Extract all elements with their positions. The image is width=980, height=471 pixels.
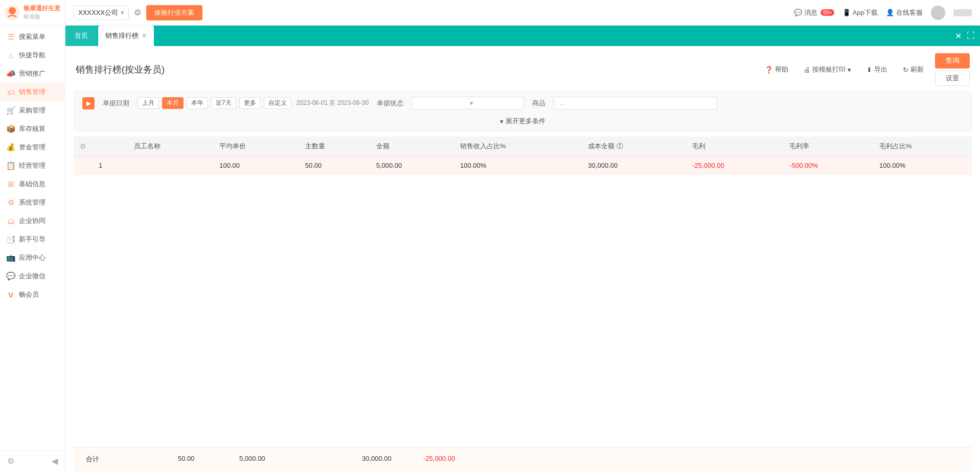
logo-text: 畅康通好生意 xyxy=(24,5,60,13)
message-label: 消息 xyxy=(804,8,817,17)
apps-icon: 📺 xyxy=(6,253,15,262)
sidebar-label-purchase: 采购管理 xyxy=(19,106,45,115)
help-icon: ❓ xyxy=(765,66,773,74)
sidebar-item-business[interactable]: 📋 经营管理 xyxy=(0,156,65,175)
this-year-btn[interactable]: 本年 xyxy=(187,97,208,109)
app-download-btn[interactable]: 📱 App下载 xyxy=(842,8,878,17)
table-row: 1 100.00 50.00 5,000.00 100.00% 30,000.0… xyxy=(74,156,972,175)
sidebar-item-sales[interactable]: 🏷 销售管理 xyxy=(0,83,65,101)
sidebar-item-member[interactable]: V 畅会员 xyxy=(0,285,65,304)
arrow-right-icon: ▶ xyxy=(86,100,91,107)
sidebar-label-inventory: 库存核算 xyxy=(19,124,45,133)
print-btn[interactable]: 🖨 按模板打印 ▾ xyxy=(800,63,855,76)
more-btn[interactable]: 更多 xyxy=(239,97,261,109)
th-cost: 成本全额 ① xyxy=(582,137,686,156)
money-icon: 💰 xyxy=(6,143,15,152)
status-select[interactable]: ▾ xyxy=(412,97,524,109)
message-btn[interactable]: 💬 消息 99+ xyxy=(794,8,834,17)
sidebar-item-purchase[interactable]: 🛒 采购管理 xyxy=(0,101,65,120)
footer-label: 合计 xyxy=(80,453,172,466)
help-btn[interactable]: ❓ 帮助 xyxy=(761,63,792,76)
sidebar-menu: ☰ 搜索菜单 ⌂ 快捷导航 📣 营销推广 🏷 销售管理 🛒 采购管理 📦 库存核… xyxy=(0,26,65,451)
company-selector[interactable]: XXXXXX公司 ▾ xyxy=(74,6,129,20)
th-name: 员工名称 xyxy=(128,137,213,156)
sidebar-label-business: 经营管理 xyxy=(19,161,45,170)
sidebar-label-apps: 应用中心 xyxy=(19,253,45,262)
query-settings-group: 查询 设置 xyxy=(935,53,970,86)
sidebar-label-system: 系统管理 xyxy=(19,198,45,207)
online-service-btn[interactable]: 👤 在线客服 xyxy=(886,8,923,17)
sidebar-item-enterprise[interactable]: 🗂 企业协同 xyxy=(0,212,65,230)
cell-amount: 5,000.00 xyxy=(370,156,454,175)
home-icon: ⌂ xyxy=(6,51,15,60)
column-settings-icon[interactable]: ⚙ xyxy=(80,142,86,150)
tab-home[interactable]: 首页 xyxy=(65,26,97,46)
footer-settings-icon[interactable]: ⚙ xyxy=(7,456,14,466)
main-content: XXXXXX公司 ▾ ⚙ 体验行业方案 💬 消息 99+ 📱 App下载 👤 在… xyxy=(65,0,980,471)
sidebar-item-quick-nav[interactable]: ⌂ 快捷导航 xyxy=(0,46,65,64)
tab-sales-ranking[interactable]: 销售排行榜 ✕ xyxy=(98,26,154,46)
page-title: 销售排行榜(按业务员) xyxy=(76,63,165,76)
tab-close-icon[interactable]: ✕ xyxy=(142,32,147,39)
cell-avg-price: 100.00 xyxy=(213,156,299,175)
sidebar-item-finance[interactable]: 💰 资金管理 xyxy=(0,138,65,156)
tab-active-label: 销售排行榜 xyxy=(105,31,139,40)
last7-btn[interactable]: 近7天 xyxy=(211,97,236,109)
page-actions: ❓ 帮助 🖨 按模板打印 ▾ ⬇ 导出 ↻ 刷新 查询 xyxy=(761,53,970,86)
tab-home-label: 首页 xyxy=(75,31,88,40)
gear-icon: ⚙ xyxy=(6,198,15,207)
window-fullscreen-icon[interactable]: ⛶ xyxy=(967,31,975,40)
settings-icon[interactable]: ⚙ xyxy=(134,8,141,17)
service-icon: 👤 xyxy=(886,9,894,16)
table-footer: 合计 50.00 5,000.00 30,000.00 -25,000.00 xyxy=(74,447,972,471)
th-settings[interactable]: ⚙ xyxy=(74,137,93,156)
custom-btn[interactable]: 自定义 xyxy=(264,97,291,109)
table-header-row: ⚙ 员工名称 平均单价 主数量 全额 xyxy=(74,137,972,156)
goods-select[interactable]: … xyxy=(554,97,717,109)
goods-label: 商品 xyxy=(532,99,545,108)
settings-btn[interactable]: 设置 xyxy=(935,71,970,86)
sidebar-item-wechat[interactable]: 💬 企业微信 xyxy=(0,267,65,285)
sidebar-logo: 畅康通好生意 标准版 xyxy=(0,0,65,26)
cell-name xyxy=(128,156,213,175)
phone-icon: 📱 xyxy=(842,9,851,16)
sidebar-label-search: 搜索菜单 xyxy=(19,32,45,41)
sidebar-item-search[interactable]: ☰ 搜索菜单 xyxy=(0,28,65,46)
window-close-icon[interactable]: ✕ xyxy=(955,31,962,41)
avatar[interactable] xyxy=(931,6,945,20)
filter-expand-arrow[interactable]: ▶ xyxy=(82,97,95,109)
footer-collapse-icon[interactable]: ◀ xyxy=(52,456,58,466)
chevron-down-icon: ▾ xyxy=(121,9,124,16)
sidebar-item-marketing[interactable]: 📣 营销推广 xyxy=(0,64,65,83)
sidebar-item-apps[interactable]: 📺 应用中心 xyxy=(0,249,65,267)
th-main-qty: 主数量 xyxy=(299,137,370,156)
trial-btn[interactable]: 体验行业方案 xyxy=(146,5,202,20)
cell-gross: -25,000.00 xyxy=(686,156,783,175)
topbar: XXXXXX公司 ▾ ⚙ 体验行业方案 💬 消息 99+ 📱 App下载 👤 在… xyxy=(65,0,980,26)
sidebar-label-enterprise: 企业协同 xyxy=(19,216,45,226)
th-gross-rate: 毛利率 xyxy=(783,137,873,156)
logo-icon xyxy=(4,5,20,21)
last-month-btn[interactable]: 上月 xyxy=(138,97,159,109)
status-chevron-icon: ▾ xyxy=(470,99,518,107)
sidebar-item-guide[interactable]: 📑 新手引导 xyxy=(0,230,65,249)
sidebar-label-wechat: 企业微信 xyxy=(19,272,45,281)
sidebar-item-system[interactable]: ⚙ 系统管理 xyxy=(0,193,65,212)
megaphone-icon: 📣 xyxy=(6,69,15,78)
query-btn[interactable]: 查询 xyxy=(935,53,970,69)
status-label: 单据状态 xyxy=(377,99,403,108)
date-label: 单据日期 xyxy=(103,99,129,108)
logo-sub: 标准版 xyxy=(24,13,60,20)
print-chevron-icon: ▾ xyxy=(848,66,851,74)
sidebar: 畅康通好生意 标准版 ☰ 搜索菜单 ⌂ 快捷导航 📣 营销推广 🏷 销售管理 🛒… xyxy=(0,0,65,471)
cell-gross-rate: -500.00% xyxy=(783,156,873,175)
sidebar-item-base[interactable]: ⊞ 基础信息 xyxy=(0,175,65,193)
this-month-btn[interactable]: 本月 xyxy=(162,97,184,109)
refresh-btn[interactable]: ↻ 刷新 xyxy=(899,63,928,76)
cart-icon: 🛒 xyxy=(6,106,15,115)
sidebar-item-inventory[interactable]: 📦 库存核算 xyxy=(0,120,65,138)
export-btn[interactable]: ⬇ 导出 xyxy=(862,63,892,76)
sidebar-label-member: 畅会员 xyxy=(19,290,39,299)
page-content: 销售排行榜(按业务员) ❓ 帮助 🖨 按模板打印 ▾ ⬇ 导出 ↻ 刷新 xyxy=(65,46,980,471)
expand-more-btn[interactable]: ▾ 展开更多条件 xyxy=(500,117,545,126)
